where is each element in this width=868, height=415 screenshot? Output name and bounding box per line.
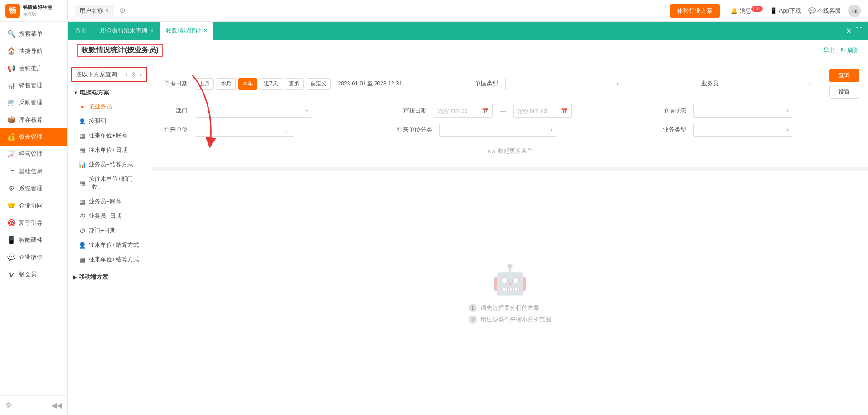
sidebar-item-nav[interactable]: 🏠 快捷导航 (0, 42, 67, 60)
search-icon: 🔍 (7, 30, 15, 38)
maximize-window-icon[interactable]: ⛶ (855, 27, 863, 35)
scheme-partner-date[interactable]: ▦ 往来单位+日期 (71, 143, 151, 157)
review-date-end[interactable]: yyyy-mm-dd 📅 (513, 104, 572, 118)
partner-input[interactable]: ... (195, 123, 294, 137)
tab-bank-close[interactable]: × (150, 28, 153, 34)
scheme-partner-account[interactable]: ▦ 往来单位+账号 (71, 128, 151, 143)
scheme-dept-date[interactable]: ⏱ 部门+日期 (71, 223, 151, 238)
tree-group-desktop: ▼ 电脑端方案 (68, 86, 151, 99)
scheme-partner-settlement-2[interactable]: ▦ 往来单位+结算方式 (71, 252, 151, 267)
tree-group-expand-icon[interactable]: ▼ (73, 90, 78, 95)
page-actions: ↑ 导出 ↻ 刷新 (819, 47, 859, 55)
inventory-icon: 📦 (7, 116, 15, 124)
business-type-label: 业务类型 (659, 126, 686, 134)
sidebar-item-hardware[interactable]: 📱 智能硬件 (0, 231, 67, 249)
query-button[interactable]: 查询 (829, 69, 859, 82)
date-btn-7days[interactable]: 近7天 (260, 78, 282, 90)
logo: 畅 畅捷通好生意 标准版 (0, 0, 67, 22)
dept-arrow: ▾ (306, 108, 308, 114)
user-display[interactable]: 用户名称 ▼ (75, 5, 114, 17)
trial-button[interactable]: 体验行业方案 (670, 4, 720, 18)
sidebar-item-inventory[interactable]: 📦 库存核算 (0, 111, 67, 128)
calendar-icon-1: 📅 (482, 108, 489, 114)
partner-category-select[interactable]: ▾ (439, 123, 557, 137)
purchase-icon: 🛒 (7, 99, 15, 107)
collapse-panel-icon[interactable]: « (139, 71, 143, 78)
voucher-type-label: 单据类型 (471, 80, 498, 88)
date-btn-last-month[interactable]: 上月 (195, 78, 214, 90)
date-btn-this-year[interactable]: 本年 (238, 78, 257, 90)
department-select[interactable]: ▾ (195, 104, 312, 118)
refresh-button[interactable]: ↻ 刷新 (840, 47, 859, 55)
sidebar-item-operations[interactable]: 📈 经营管理 (0, 146, 67, 163)
online-service-button[interactable]: 💬 在线客服 (808, 7, 841, 15)
filter-row-1: 单据日期 上月 本月 本年 近7天 更多 自定义 2023-01-01 至 20… (160, 69, 859, 99)
business-type-select[interactable]: ▾ (693, 123, 793, 137)
date-range-display: 2023-01-01 至 2023-12-31 (338, 80, 402, 88)
collapse-bar[interactable]: ∧∧ 收起更多条件 (160, 142, 859, 160)
scheme-partner-dept[interactable]: ▦ 按往来单位+部门+收... (71, 172, 151, 194)
operations-icon: 📈 (7, 150, 15, 158)
wechat-icon: 💬 (7, 253, 15, 261)
date-btn-more[interactable]: 更多 (285, 78, 304, 90)
chart-icon: 📊 (79, 161, 86, 168)
review-date-label: 审核日期 (400, 107, 427, 115)
system-icon: ⚙ (7, 184, 15, 193)
main-area: 用户名称 ▼ ⚙ 体验行业方案 🔔 消息 99+ 📱 App下载 💬 在线客服 (68, 0, 868, 415)
review-date-start[interactable]: yyyy-mm-dd 📅 (434, 104, 493, 118)
sidebar-item-basic[interactable]: 🗂 基础信息 (0, 163, 67, 180)
refresh-icon: ↻ (840, 47, 845, 54)
panel-title: 按以下方案查询 (76, 71, 117, 79)
scheme-detail[interactable]: 👤 按明细 (71, 114, 151, 128)
scheme-partner-settlement-1[interactable]: 👤 往来单位+结算方式 (71, 238, 151, 252)
sidebar-item-guide[interactable]: 🎯 新手引导 (0, 214, 67, 231)
table-icon-4: ▦ (79, 198, 86, 205)
settings-icon[interactable]: ⚙ (119, 6, 126, 15)
tab-receipts-close[interactable]: × (204, 28, 207, 34)
scheme-settings-icon[interactable]: ⚙ (131, 71, 137, 78)
tab-home[interactable]: 首页 (68, 22, 94, 40)
scheme-salesperson-date[interactable]: ⏱ 业务员+日期 (71, 209, 151, 223)
tree-group-mobile-expand-icon[interactable]: ▶ (73, 274, 77, 280)
tab-bank[interactable]: 现金银行流水查询 × (94, 22, 160, 40)
export-button[interactable]: ↑ 导出 (819, 47, 835, 55)
right-panel: 单据日期 上月 本月 本年 近7天 更多 自定义 2023-01-01 至 20… (151, 61, 868, 415)
collapse-sidebar-icon[interactable]: ◀◀ (51, 401, 62, 410)
voucher-type-select[interactable]: ▾ (505, 77, 623, 90)
empty-state: 🤖 1 请先选择要分析的方案 2 用过滤条件来缩小分析范围 (151, 171, 868, 415)
sidebar-item-wechat[interactable]: 💬 企业微信 (0, 249, 67, 266)
action-buttons: 查询 设置 (829, 69, 859, 99)
table-icon-2: ▦ (79, 146, 86, 154)
sidebar-item-finance[interactable]: 💰 资金管理 (0, 128, 67, 146)
home-icon: 🏠 (7, 47, 15, 55)
phone-icon: 📱 (770, 7, 777, 14)
settings-bottom-icon[interactable]: ⚙ (5, 401, 12, 410)
sidebar-item-member[interactable]: V 畅会员 (0, 266, 67, 283)
scheme-salesperson-settlement[interactable]: 📊 业务员+结算方式 (71, 157, 151, 172)
finance-icon: 💰 (7, 133, 15, 141)
salesperson-select[interactable]: ··· (726, 77, 816, 90)
add-scheme-icon[interactable]: + (124, 71, 128, 78)
robot-illustration: 🤖 (492, 263, 528, 297)
content-area: 按以下方案查询 + ⚙ « ▼ 电脑端方案 ● 按业务员 👤 按 (68, 61, 868, 415)
sidebar-item-sales[interactable]: 📊 销售管理 (0, 77, 67, 94)
notification-button[interactable]: 🔔 消息 99+ (731, 7, 763, 15)
date-btn-custom[interactable]: 自定义 (307, 78, 331, 90)
settings-button[interactable]: 设置 (829, 85, 859, 99)
sidebar-item-marketing[interactable]: 📢 营销推广 (0, 60, 67, 77)
app-download-button[interactable]: 📱 App下载 (770, 7, 801, 15)
sidebar-item-search[interactable]: 🔍 搜索菜单 (0, 25, 67, 42)
empty-hint-1: 1 请先选择要分析的方案 (469, 304, 551, 312)
tab-receipts[interactable]: 收款情况统计 × (160, 22, 213, 40)
date-options: 上月 本月 本年 近7天 更多 自定义 (195, 78, 331, 90)
close-window-icon[interactable]: ✕ (846, 27, 852, 35)
scheme-salesperson-account[interactable]: ▦ 业务员+账号 (71, 194, 151, 209)
partner-more-btn[interactable]: ... (285, 126, 290, 133)
avatar[interactable]: Rit (848, 5, 861, 17)
sidebar-item-enterprise[interactable]: 🤝 企业协同 (0, 197, 67, 214)
sidebar-item-system[interactable]: ⚙ 系统管理 (0, 180, 67, 197)
scheme-by-salesperson[interactable]: ● 按业务员 (71, 99, 151, 114)
sidebar-item-purchase[interactable]: 🛒 采购管理 (0, 94, 67, 111)
date-btn-this-month[interactable]: 本月 (217, 78, 236, 90)
voucher-status-select[interactable]: ▾ (693, 104, 793, 118)
